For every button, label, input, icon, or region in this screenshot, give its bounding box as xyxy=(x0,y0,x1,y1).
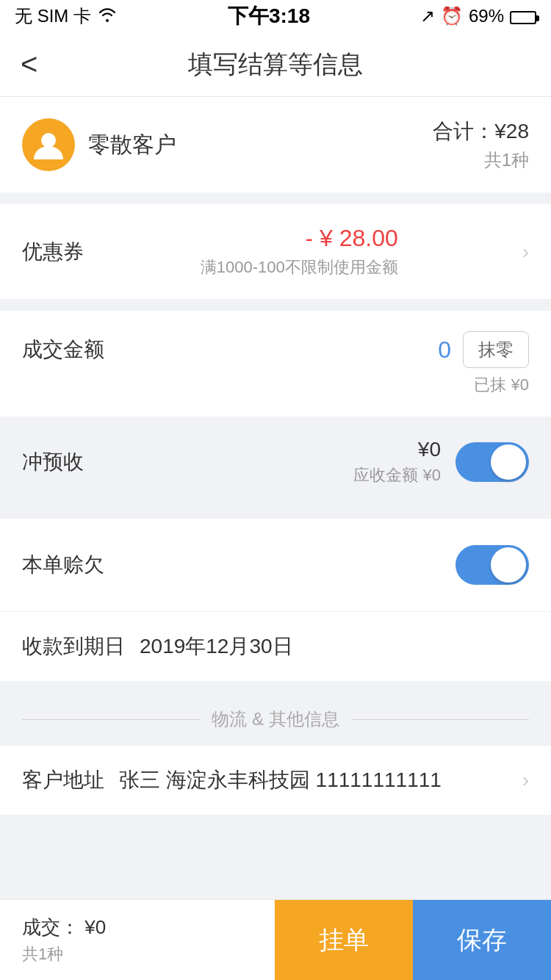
battery-percent: 69% xyxy=(469,6,504,26)
svg-point-0 xyxy=(41,133,56,148)
due-date-label: 收款到期日 xyxy=(22,633,125,660)
address-label: 客户地址 xyxy=(22,766,104,794)
bottom-bar: 成交： ¥0 共1种 挂单 保存 xyxy=(0,899,551,980)
alarm-icon: ⏰ xyxy=(441,6,463,26)
location-icon: ↗ xyxy=(420,6,435,26)
prepay-value-col: ¥0 应收金额 ¥0 xyxy=(353,438,441,486)
due-date-row[interactable]: 收款到期日 2019年12月30日 xyxy=(0,611,551,681)
amount-section: 成交金额 0 抹零 已抹 ¥0 xyxy=(0,311,551,417)
amount-row: 成交金额 0 抹零 xyxy=(22,331,529,368)
debt-toggle-knob xyxy=(491,547,526,583)
logistics-label: 物流 & 其他信息 xyxy=(200,707,350,731)
status-bar: 无 SIM 卡 下午3:18 ↗ ⏰ 69% xyxy=(0,0,551,32)
debt-toggle[interactable] xyxy=(455,545,529,585)
logistics-line-left xyxy=(22,719,200,720)
amount-sub: 已抹 ¥0 xyxy=(474,374,529,396)
save-button[interactable]: 保存 xyxy=(413,900,551,981)
total-count: 共1种 xyxy=(433,148,529,172)
logistics-line-right xyxy=(351,719,529,720)
hang-order-button[interactable]: 挂单 xyxy=(275,900,413,981)
customer-avatar xyxy=(22,118,75,171)
back-button[interactable]: < xyxy=(21,48,37,81)
divider-2 xyxy=(0,299,551,311)
due-date-value: 2019年12月30日 xyxy=(140,633,293,660)
customer-right: 合计：¥28 共1种 xyxy=(433,118,529,172)
debt-label: 本单赊欠 xyxy=(22,551,104,579)
coupon-label: 优惠券 xyxy=(22,238,84,266)
no-sim-text: 无 SIM 卡 xyxy=(15,4,91,28)
customer-row: 零散客户 合计：¥28 共1种 xyxy=(0,97,551,192)
total-label: 合计：¥28 xyxy=(433,118,529,145)
divider-3 xyxy=(0,507,551,519)
coupon-chevron-icon: › xyxy=(522,240,529,264)
debt-row: 本单赊欠 xyxy=(0,519,551,611)
prepay-toggle[interactable] xyxy=(455,442,529,482)
address-chevron-icon: › xyxy=(522,768,529,792)
amount-sub-row: 已抹 ¥0 xyxy=(22,374,529,396)
prepay-row: 冲预收 ¥0 应收金额 ¥0 xyxy=(0,417,551,507)
customer-left: 零散客户 xyxy=(22,118,176,171)
status-left: 无 SIM 卡 xyxy=(15,4,118,28)
status-right: ↗ ⏰ 69% xyxy=(420,6,536,26)
round-button[interactable]: 抹零 xyxy=(463,331,529,368)
divider-1 xyxy=(0,192,551,204)
coupon-sub: 满1000-100不限制使用金额 xyxy=(201,256,398,278)
amount-label: 成交金额 xyxy=(22,336,104,364)
logistics-header: 物流 & 其他信息 xyxy=(0,693,551,746)
nav-bar: < 填写结算等信息 xyxy=(0,32,551,97)
content-area: 零散客户 合计：¥28 共1种 优惠券 - ¥ 28.00 满1000-100不… xyxy=(0,97,551,915)
bottom-count-label: 共1种 xyxy=(22,943,253,965)
status-time: 下午3:18 xyxy=(228,2,310,30)
prepay-value: ¥0 xyxy=(353,438,441,461)
customer-name: 零散客户 xyxy=(88,130,176,160)
divider-4 xyxy=(0,681,551,693)
prepay-label: 冲预收 xyxy=(22,448,84,476)
coupon-row[interactable]: 优惠券 - ¥ 28.00 满1000-100不限制使用金额 › xyxy=(0,204,551,299)
coupon-section: 优惠券 - ¥ 28.00 满1000-100不限制使用金额 › xyxy=(0,204,551,299)
bottom-deal-label: 成交： ¥0 xyxy=(22,915,253,940)
address-value: 张三 海淀永丰科技园 11111111111 xyxy=(119,766,515,794)
battery-icon xyxy=(510,6,536,26)
bottom-info: 成交： ¥0 共1种 xyxy=(0,915,275,965)
amount-right: 0 抹零 xyxy=(438,331,529,368)
coupon-right: - ¥ 28.00 满1000-100不限制使用金额 xyxy=(201,225,398,278)
prepay-right: ¥0 应收金额 ¥0 xyxy=(353,438,529,486)
coupon-value: - ¥ 28.00 xyxy=(306,225,398,252)
wifi-icon xyxy=(97,6,118,26)
divider-5 xyxy=(0,815,551,826)
amount-value: 0 xyxy=(438,336,451,364)
address-row[interactable]: 客户地址 张三 海淀永丰科技园 11111111111 › xyxy=(0,746,551,815)
toggle-knob xyxy=(491,444,526,480)
page-title: 填写结算等信息 xyxy=(188,48,363,82)
prepay-sub: 应收金额 ¥0 xyxy=(353,464,441,486)
